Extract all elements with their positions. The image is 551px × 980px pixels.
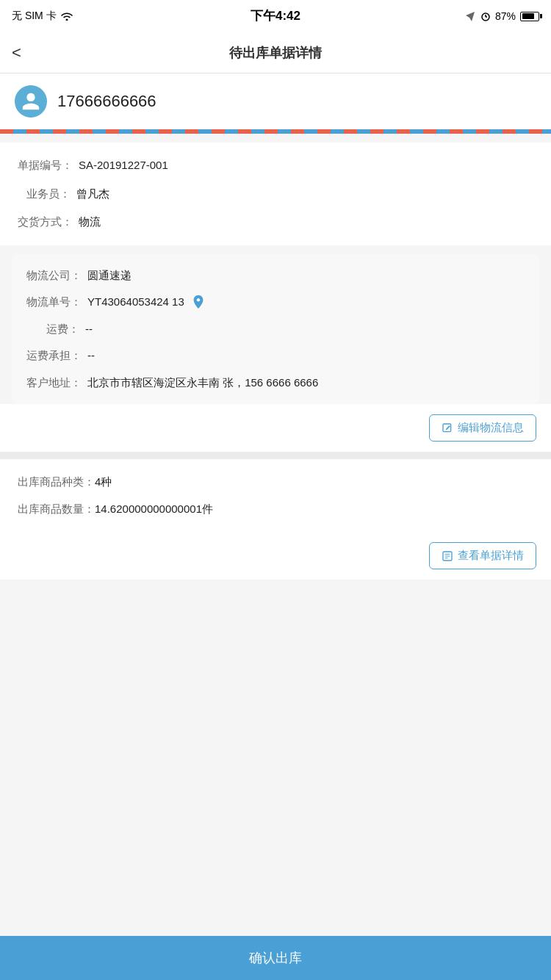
- logistics-company-row: 物流公司： 圆通速递: [26, 267, 525, 284]
- back-button[interactable]: <: [6, 40, 27, 65]
- freight-bearer-value: --: [87, 347, 525, 364]
- goods-quantity-row: 出库商品数量： 14.620000000000001件: [18, 501, 533, 518]
- dashed-divider: [0, 129, 551, 134]
- goods-quantity-label: 出库商品数量：: [18, 501, 95, 518]
- freight-value: --: [85, 321, 525, 338]
- freight-label: 运费：: [26, 321, 85, 338]
- freight-bearer-label: 运费承担：: [26, 347, 87, 364]
- tracking-location-icon[interactable]: [190, 294, 206, 310]
- edit-btn-container: 编辑物流信息: [0, 404, 551, 452]
- phone-number: 17666666666: [57, 92, 156, 111]
- battery-icon: [520, 12, 539, 21]
- avatar: [15, 85, 47, 118]
- location-arrow-icon: [464, 10, 476, 22]
- status-left: 无 SIM 卡: [12, 10, 73, 23]
- tracking-no-row: 物流单号： YT43064053424 13: [26, 294, 525, 311]
- logistics-card: 物流公司： 圆通速递 物流单号： YT43064053424 13 运费： --…: [12, 254, 539, 405]
- salesperson-row: 业务员： 曾凡杰: [18, 186, 533, 203]
- order-no-value: SA-20191227-001: [79, 157, 533, 174]
- salesperson-label: 业务员：: [18, 186, 76, 203]
- view-btn-container: 查看单据详情: [0, 532, 551, 580]
- battery-percent: 87%: [495, 10, 516, 22]
- order-info-section: 单据编号： SA-20191227-001 业务员： 曾凡杰 交货方式： 物流: [0, 143, 551, 245]
- tracking-no-label: 物流单号：: [26, 294, 87, 311]
- freight-bearer-row: 运费承担： --: [26, 347, 525, 364]
- order-no-label: 单据编号：: [18, 157, 79, 174]
- goods-types-value: 4种: [95, 474, 112, 491]
- tracking-no-value: YT43064053424 13: [87, 294, 525, 311]
- freight-row: 运费： --: [26, 321, 525, 338]
- alarm-icon: [480, 11, 491, 21]
- status-time: 下午4:42: [251, 7, 300, 24]
- address-label: 客户地址：: [26, 375, 87, 392]
- salesperson-value: 曾凡杰: [76, 186, 533, 203]
- status-right: 87%: [464, 10, 539, 22]
- status-bar: 无 SIM 卡 下午4:42 87%: [0, 0, 551, 32]
- address-row: 客户地址： 北京市市辖区海淀区永丰南 张，156 6666 6666: [26, 375, 525, 392]
- edit-icon: [442, 422, 453, 434]
- confirm-btn-container: 确认出库: [0, 936, 551, 980]
- confirm-outbound-button[interactable]: 确认出库: [0, 936, 551, 980]
- goods-quantity-value: 14.620000000000001件: [95, 501, 213, 518]
- phone-section: 17666666666: [0, 73, 551, 129]
- svg-point-0: [65, 19, 68, 21]
- page-title: 待出库单据详情: [229, 44, 322, 62]
- view-details-button[interactable]: 查看单据详情: [429, 542, 536, 569]
- logistics-company-value: 圆通速递: [87, 267, 525, 284]
- delivery-method-label: 交货方式：: [18, 214, 79, 231]
- nav-bar: < 待出库单据详情: [0, 32, 551, 73]
- list-icon: [442, 550, 453, 562]
- carrier-text: 无 SIM 卡: [12, 10, 57, 23]
- order-no-row: 单据编号： SA-20191227-001: [18, 157, 533, 174]
- delivery-method-value: 物流: [79, 214, 533, 231]
- wifi-icon: [61, 12, 73, 21]
- edit-logistics-button[interactable]: 编辑物流信息: [429, 414, 536, 442]
- section-separator: [0, 452, 551, 459]
- goods-section: 出库商品种类： 4种 出库商品数量： 14.620000000000001件: [0, 459, 551, 532]
- goods-types-row: 出库商品种类： 4种: [18, 474, 533, 491]
- address-value: 北京市市辖区海淀区永丰南 张，156 6666 6666: [87, 375, 525, 392]
- delivery-method-row: 交货方式： 物流: [18, 214, 533, 231]
- person-icon: [21, 91, 41, 112]
- goods-types-label: 出库商品种类：: [18, 474, 95, 491]
- bottom-spacer: [0, 580, 551, 936]
- logistics-company-label: 物流公司：: [26, 267, 87, 284]
